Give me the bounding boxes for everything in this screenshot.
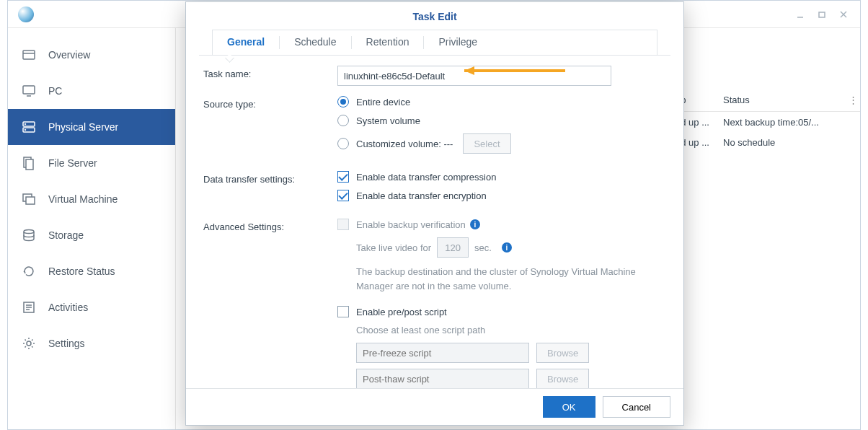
sidebar-item-activities[interactable]: Activities: [8, 289, 175, 325]
ok-button[interactable]: OK: [543, 396, 595, 418]
tab-privilege[interactable]: Privilege: [424, 30, 492, 55]
checkbox-icon: [337, 219, 349, 230]
sidebar-item-virtual-machine[interactable]: Virtual Machine: [8, 181, 175, 217]
destination-note: The backup destination and the cluster o…: [356, 265, 645, 293]
radio-customized-volume[interactable]: Customized volume: --- Select: [337, 133, 666, 154]
sidebar-item-label: Storage: [48, 229, 84, 241]
tab-retention[interactable]: Retention: [352, 30, 424, 55]
app-logo-icon: [18, 6, 34, 22]
sidebar-item-label: Settings: [48, 338, 85, 349]
tab-general[interactable]: General: [213, 30, 279, 55]
checkbox-pre-post-script[interactable]: Enable pre/post script: [337, 306, 666, 317]
svg-rect-15: [26, 197, 35, 204]
info-icon[interactable]: i: [502, 242, 512, 253]
pc-icon: [21, 83, 37, 99]
post-thaw-script-input: [356, 369, 529, 388]
label-source-type: Source type:: [203, 96, 337, 110]
checkbox-compression[interactable]: Enable data transfer compression: [337, 171, 666, 183]
restore-icon: [21, 263, 37, 279]
script-path-note: Choose at least one script path: [356, 325, 666, 335]
radio-icon: [337, 138, 349, 149]
sidebar-item-label: Physical Server: [48, 121, 118, 133]
table-options-icon[interactable]: ⋮: [846, 95, 860, 105]
svg-point-21: [27, 341, 31, 346]
modal-title: Task Edit: [186, 2, 683, 30]
live-video-seconds-input: [437, 237, 469, 258]
radio-icon: [337, 96, 349, 108]
minimize-button[interactable]: [789, 7, 811, 22]
task-name-input[interactable]: [337, 66, 611, 86]
label-task-name: Task name:: [203, 66, 337, 79]
label-data-transfer: Data transfer settings:: [203, 171, 337, 185]
browse-pre-button[interactable]: Browse: [536, 343, 589, 363]
browse-post-button[interactable]: Browse: [536, 369, 589, 388]
sidebar-item-file-server[interactable]: File Server: [8, 145, 175, 181]
maximize-button[interactable]: [811, 7, 833, 22]
bg-col-header[interactable]: Status: [716, 95, 846, 105]
sidebar-item-pc[interactable]: PC: [8, 73, 175, 109]
svg-rect-1: [819, 12, 825, 17]
table-row[interactable]: ed up ... No schedule: [673, 132, 860, 152]
storage-icon: [21, 227, 37, 243]
label-advanced: Advanced Settings:: [203, 219, 337, 232]
pre-freeze-script-input: [356, 343, 529, 363]
info-icon[interactable]: i: [470, 219, 480, 229]
sidebar-item-overview[interactable]: Overview: [8, 37, 175, 73]
live-video-label: Take live video for: [356, 242, 431, 253]
sidebar-item-physical-server[interactable]: Physical Server: [8, 109, 175, 145]
select-volume-button[interactable]: Select: [463, 133, 510, 154]
cancel-button[interactable]: Cancel: [603, 396, 670, 418]
sidebar-item-storage[interactable]: Storage: [8, 217, 175, 253]
sidebar-item-label: Activities: [48, 302, 88, 313]
checkbox-encryption[interactable]: Enable data transfer encryption: [337, 190, 666, 201]
sidebar-item-label: Restore Status: [48, 266, 115, 277]
svg-rect-13: [26, 159, 33, 170]
modal-footer: OK Cancel: [186, 388, 683, 425]
activities-icon: [21, 299, 37, 315]
svg-rect-6: [23, 86, 35, 94]
sidebar-item-label: Virtual Machine: [48, 193, 118, 205]
checkbox-backup-verification: Enable backup verification i: [337, 219, 666, 230]
task-edit-modal: Task Edit General Schedule Retention Pri…: [185, 1, 684, 426]
checkbox-icon: [337, 171, 349, 183]
sidebar-item-settings[interactable]: Settings: [8, 325, 175, 361]
sidebar-item-restore-status[interactable]: Restore Status: [8, 253, 175, 289]
modal-body: Task name: Source type: Entire device Sy…: [186, 56, 683, 388]
close-button[interactable]: [833, 7, 854, 22]
checkbox-icon: [337, 306, 349, 317]
radio-icon: [337, 115, 349, 126]
table-row[interactable]: ed up ... Next backup time:05/...: [673, 112, 860, 132]
sidebar-item-label: Overview: [48, 49, 90, 61]
background-table: up Status ⋮ ed up ... Next backup time:0…: [673, 89, 860, 152]
file-server-icon: [21, 155, 37, 171]
svg-rect-4: [23, 51, 35, 59]
svg-point-11: [25, 129, 26, 131]
sidebar-item-label: PC: [48, 85, 62, 97]
svg-point-10: [25, 123, 26, 125]
sidebar-item-label: File Server: [48, 157, 97, 169]
svg-point-16: [24, 230, 34, 234]
tab-schedule[interactable]: Schedule: [280, 30, 350, 55]
radio-entire-device[interactable]: Entire device: [337, 96, 666, 108]
overview-icon: [21, 47, 37, 63]
server-icon: [21, 119, 37, 135]
checkbox-icon: [337, 190, 349, 201]
radio-system-volume[interactable]: System volume: [337, 115, 666, 126]
sidebar: Overview PC Physical Server File Server …: [8, 28, 176, 429]
gear-icon: [21, 335, 37, 351]
vm-icon: [21, 191, 37, 207]
